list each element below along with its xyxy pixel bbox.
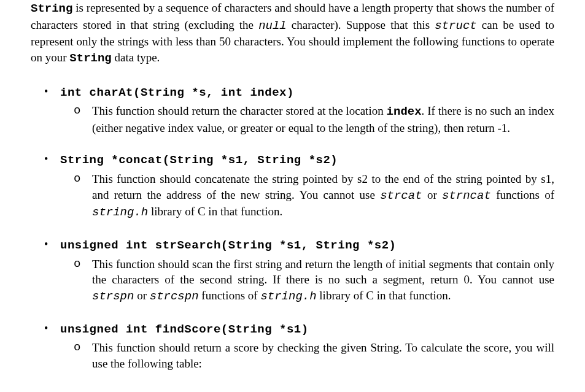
function-description: This function should concatenate the str… xyxy=(92,171,554,221)
function-item-findscore: unsigned int findScore(String *s1) This … xyxy=(60,321,554,372)
function-signature: unsigned int strSearch(String *s1, Strin… xyxy=(60,239,397,252)
intro-text-4: data type. xyxy=(112,51,160,64)
intro-paragraph: String is represented by a sequence of c… xyxy=(31,0,554,67)
desc-text: This function should scan the first stri… xyxy=(92,258,554,286)
function-description: This function should return a score by c… xyxy=(92,340,554,371)
desc-stringh-keyword: string.h xyxy=(92,206,148,219)
desc-text: or xyxy=(134,289,149,302)
function-list: int charAt(String *s, int index) This fu… xyxy=(31,84,554,372)
intro-string-keyword: String xyxy=(31,2,72,15)
desc-text: functions of xyxy=(491,188,554,201)
function-description-list: This function should concatenate the str… xyxy=(60,171,554,221)
function-description-list: This function should return the characte… xyxy=(60,103,554,136)
desc-text: This function should return a score by c… xyxy=(92,341,554,370)
desc-strncat-keyword: strncat xyxy=(442,189,491,202)
function-signature: int charAt(String *s, int index) xyxy=(60,86,294,99)
desc-text: library of C in that function. xyxy=(317,289,451,302)
desc-text: functions of xyxy=(199,289,261,302)
desc-strspn-keyword: strspn xyxy=(92,290,134,303)
intro-struct-keyword: struct xyxy=(435,19,476,33)
desc-stringh-keyword: string.h xyxy=(260,290,316,303)
function-signature: String *concat(String *s1, String *s2) xyxy=(60,153,338,167)
function-item-strsearch: unsigned int strSearch(String *s1, Strin… xyxy=(60,237,554,305)
function-item-concat: String *concat(String *s1, String *s2) T… xyxy=(60,152,554,221)
desc-strcspn-keyword: strcspn xyxy=(150,290,199,303)
function-description-list: This function should return a score by c… xyxy=(60,340,554,371)
intro-null-keyword: null xyxy=(258,19,287,33)
function-description-list: This function should scan the first stri… xyxy=(60,256,554,305)
desc-index-keyword: index xyxy=(387,105,422,118)
intro-text-2: character). Suppose that this xyxy=(287,18,435,31)
function-description: This function should scan the first stri… xyxy=(92,256,554,305)
function-description: This function should return the characte… xyxy=(92,103,554,136)
desc-text: library of C in that function. xyxy=(148,205,282,218)
function-signature: unsigned int findScore(String *s1) xyxy=(60,323,309,336)
desc-strcat-keyword: strcat xyxy=(380,189,422,202)
desc-text: This function should return the characte… xyxy=(92,104,387,117)
function-item-charat: int charAt(String *s, int index) This fu… xyxy=(60,84,554,136)
desc-text: or xyxy=(422,188,442,201)
intro-string-keyword-2: String xyxy=(69,52,111,65)
